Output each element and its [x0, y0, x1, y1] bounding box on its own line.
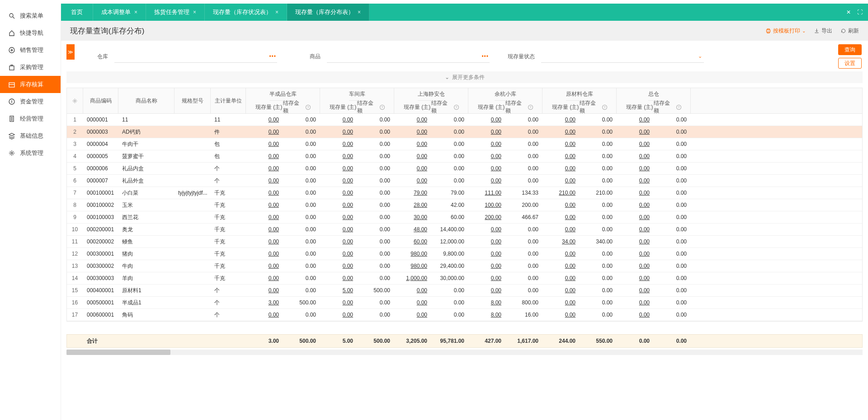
table-row[interactable]: 60000007礼品外盒个0.000.000.000.000.000.000.0… — [67, 175, 862, 187]
tab-4[interactable]: 现存量（库存分布表）× — [287, 4, 369, 21]
cell-value[interactable]: 0.00 — [246, 138, 283, 150]
cell-value[interactable]: 5.00 — [320, 285, 357, 296]
cell-value[interactable]: 0.00 — [617, 150, 654, 162]
warehouse-header[interactable]: 原材料仓库 — [566, 88, 593, 101]
filter-collapse-toggle[interactable]: ≫ — [66, 44, 75, 60]
close-window-icon[interactable]: ✕ — [846, 9, 853, 15]
sidebar-item-2[interactable]: 销售管理 — [0, 42, 61, 59]
warehouse-header[interactable]: 上海静安仓 — [418, 88, 445, 101]
cell-value[interactable]: 0.00 — [246, 187, 283, 199]
tab-3[interactable]: 现存量（库存状况表）× — [205, 4, 287, 21]
cell-value[interactable]: 0.00 — [246, 260, 283, 272]
warehouse-header[interactable]: 余杭小库 — [495, 88, 516, 101]
sidebar-item-7[interactable]: 基础信息 — [0, 127, 61, 145]
cell-value[interactable]: 0.00 — [617, 272, 654, 284]
col-header-qty[interactable]: 现存量 (主) — [626, 101, 654, 113]
cell-value[interactable]: 8.00 — [468, 309, 505, 321]
cell-value[interactable]: 0.00 — [542, 297, 580, 308]
cell-value[interactable]: 3.00 — [246, 297, 283, 308]
sidebar-item-6[interactable]: 经营管理 — [0, 110, 61, 127]
cell-value[interactable]: 0.00 — [468, 138, 505, 150]
table-row[interactable]: 13000300002牛肉千克0.000.000.000.00980.0029,… — [67, 260, 862, 272]
cell-value[interactable]: 0.00 — [320, 138, 357, 150]
cell-value[interactable]: 0.00 — [320, 199, 357, 211]
cell-value[interactable]: 0.00 — [320, 236, 357, 247]
horizontal-scrollbar[interactable] — [66, 350, 863, 355]
settings-button[interactable]: 设置 — [838, 58, 862, 69]
export-button[interactable]: 导出 — [814, 27, 832, 35]
cell-value[interactable]: 980.00 — [394, 248, 431, 260]
cell-value[interactable]: 0.00 — [468, 175, 505, 187]
col-header-qty[interactable]: 现存量 (主) — [255, 101, 283, 113]
cell-value[interactable]: 0.00 — [394, 163, 431, 174]
refresh-button[interactable]: 刷新 — [840, 27, 859, 35]
table-row[interactable]: 40000005菠萝蜜干包0.000.000.000.000.000.000.0… — [67, 150, 862, 163]
cell-value[interactable]: 0.00 — [246, 114, 283, 126]
cell-value[interactable]: 980.00 — [394, 260, 431, 272]
cell-value[interactable]: 0.00 — [320, 150, 357, 162]
table-settings-gear[interactable] — [67, 88, 83, 113]
close-icon[interactable]: × — [358, 9, 361, 15]
cell-value[interactable]: 0.00 — [320, 175, 357, 187]
info-icon[interactable]: ? — [528, 105, 533, 110]
cell-value[interactable]: 8.00 — [468, 297, 505, 308]
col-header-unit[interactable]: 主计量单位 — [211, 88, 246, 113]
cell-value[interactable]: 0.00 — [246, 211, 283, 223]
cell-value[interactable]: 0.00 — [320, 297, 357, 308]
cell-value[interactable]: 0.00 — [394, 297, 431, 308]
cell-value[interactable]: 1,000.00 — [394, 272, 431, 284]
cell-value[interactable]: 30.00 — [394, 211, 431, 223]
sidebar-item-0[interactable]: 搜索菜单 — [0, 7, 61, 24]
cell-value[interactable]: 0.00 — [468, 150, 505, 162]
table-row[interactable]: 50000006礼品内盒个0.000.000.000.000.000.000.0… — [67, 163, 862, 175]
cell-value[interactable]: 0.00 — [468, 260, 505, 272]
cell-value[interactable]: 0.00 — [617, 126, 654, 138]
cell-value[interactable]: 0.00 — [468, 248, 505, 260]
col-header-amt[interactable]: 结存金额? — [505, 101, 533, 113]
cell-value[interactable]: 0.00 — [542, 248, 580, 260]
cell-value[interactable]: 0.00 — [617, 236, 654, 247]
cell-value[interactable]: 0.00 — [246, 272, 283, 284]
cell-value[interactable]: 0.00 — [542, 272, 580, 284]
warehouse-header[interactable]: 半成品仓库 — [269, 88, 297, 101]
table-row[interactable]: 11000200002鳗鱼千克0.000.000.000.0060.0012,0… — [67, 236, 862, 248]
cell-value[interactable]: 0.00 — [468, 163, 505, 174]
cell-value[interactable]: 0.00 — [246, 224, 283, 235]
cell-value[interactable]: 0.00 — [468, 272, 505, 284]
cell-value[interactable]: 210.00 — [542, 187, 580, 199]
expand-filters-button[interactable]: ⌄ 展开更多条件 — [66, 71, 863, 83]
table-row[interactable]: 17000600001角码个0.000.000.000.000.000.008.… — [67, 309, 862, 321]
cell-value[interactable]: 0.00 — [542, 163, 580, 174]
table-row[interactable]: 14000300003羊肉千克0.000.000.000.001,000.003… — [67, 272, 862, 285]
sidebar-item-1[interactable]: 快捷导航 — [0, 24, 61, 42]
cell-value[interactable]: 0.00 — [617, 187, 654, 199]
cell-value[interactable]: 0.00 — [394, 150, 431, 162]
cell-value[interactable]: 0.00 — [246, 309, 283, 321]
col-header-spec[interactable]: 规格型号 — [175, 88, 211, 113]
cell-value[interactable]: 0.00 — [320, 163, 357, 174]
col-header-amt[interactable]: 结存金额? — [357, 101, 385, 113]
col-header-amt[interactable]: 结存金额? — [431, 101, 459, 113]
cell-value[interactable]: 0.00 — [542, 260, 580, 272]
cell-value[interactable]: 0.00 — [246, 163, 283, 174]
table-row[interactable]: 10000200001奥龙千克0.000.000.000.0048.0014,4… — [67, 224, 862, 236]
tab-1[interactable]: 成本调整单× — [93, 4, 146, 21]
cell-value[interactable]: 0.00 — [468, 126, 505, 138]
cell-value[interactable]: 34.00 — [542, 236, 580, 247]
sidebar-item-5[interactable]: 资金管理 — [0, 93, 61, 110]
cell-value[interactable]: 28.00 — [394, 199, 431, 211]
col-header-name[interactable]: 商品名称 — [118, 88, 175, 113]
product-input[interactable]: ••• — [327, 50, 490, 63]
close-icon[interactable]: × — [193, 9, 196, 15]
cell-value[interactable]: 60.00 — [394, 236, 431, 247]
cell-value[interactable]: 0.00 — [320, 114, 357, 126]
cell-value[interactable]: 0.00 — [320, 211, 357, 223]
info-icon[interactable]: ? — [676, 105, 681, 110]
cell-value[interactable]: 0.00 — [246, 285, 283, 296]
sidebar-item-4[interactable]: 库存核算 — [0, 76, 61, 93]
chevron-down-icon[interactable]: ⌄ — [698, 53, 702, 59]
cell-value[interactable]: 0.00 — [394, 285, 431, 296]
cell-value[interactable]: 0.00 — [394, 138, 431, 150]
cell-value[interactable]: 200.00 — [468, 211, 505, 223]
table-row[interactable]: 16000500001半成品1个3.00500.000.000.000.000.… — [67, 297, 862, 309]
